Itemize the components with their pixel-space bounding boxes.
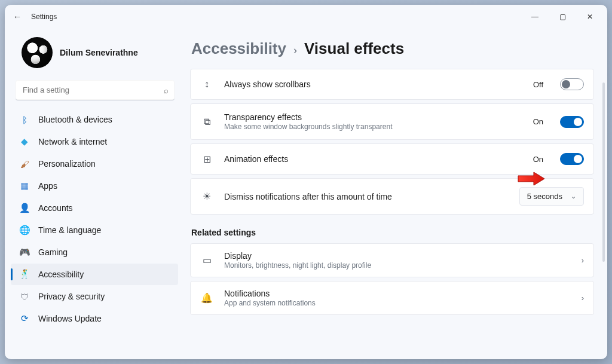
nav-icon: 🛡 xyxy=(19,292,30,302)
transparency-title: Transparency effects xyxy=(224,112,522,122)
link-display[interactable]: ▭ Display Monitors, brightness, night li… xyxy=(190,243,594,277)
sidebar-item-time-language[interactable]: 🌐Time & language xyxy=(11,219,178,241)
animation-title: Animation effects xyxy=(224,154,522,164)
chevron-right-icon: › xyxy=(582,256,584,265)
nav-icon: 👤 xyxy=(19,203,30,213)
sidebar-item-gaming[interactable]: 🎮Gaming xyxy=(11,241,178,263)
titlebar: ← Settings — ▢ ✕ xyxy=(5,5,607,29)
sidebar-item-accessibility[interactable]: 🕺Accessibility xyxy=(11,264,178,285)
bell-icon: 🔔 xyxy=(200,292,213,305)
minimize-button[interactable]: — xyxy=(521,7,549,26)
nav-list: ᛒBluetooth & devices◆Network & internet🖌… xyxy=(11,109,178,329)
display-sub: Monitors, brightness, night light, displ… xyxy=(224,261,571,270)
user-name: Dilum Senevirathne xyxy=(60,48,138,57)
sidebar-item-label: Network & internet xyxy=(38,137,107,146)
transparency-state: On xyxy=(533,117,543,126)
animation-icon: ⊞ xyxy=(200,152,213,166)
nav-icon: ▦ xyxy=(19,181,30,191)
card-scrollbars: ↕ Always show scrollbars Off xyxy=(190,69,594,100)
notifications-title: Notifications xyxy=(224,289,571,298)
chevron-down-icon: ⌄ xyxy=(571,192,576,200)
sidebar-item-windows-update[interactable]: ⟳Windows Update xyxy=(11,308,178,329)
nav-icon: 🖌 xyxy=(19,159,30,169)
chevron-right-icon: › xyxy=(293,44,297,57)
scrollbars-title: Always show scrollbars xyxy=(224,79,522,89)
transparency-toggle[interactable] xyxy=(560,116,584,128)
sidebar-item-label: Bluetooth & devices xyxy=(38,115,112,124)
sidebar-item-bluetooth-devices[interactable]: ᛒBluetooth & devices xyxy=(11,109,178,130)
animation-toggle[interactable] xyxy=(560,153,584,165)
transparency-sub: Make some window backgrounds slightly tr… xyxy=(224,123,522,131)
sidebar: Dilum Senevirathne ⌕ ᛒBluetooth & device… xyxy=(5,29,184,359)
scrollbars-toggle[interactable] xyxy=(560,78,584,90)
dismiss-dropdown-value: 5 seconds xyxy=(527,192,562,201)
sidebar-item-label: Privacy & security xyxy=(38,292,105,301)
chevron-right-icon: › xyxy=(582,293,584,302)
sidebar-item-label: Apps xyxy=(38,181,57,191)
page-title: Visual effects xyxy=(304,39,404,58)
card-transparency: ⧉ Transparency effects Make some window … xyxy=(190,103,594,140)
breadcrumb: Accessibility › Visual effects xyxy=(190,36,596,69)
scrollbars-icon: ↕ xyxy=(200,78,213,91)
card-dismiss: ☀ Dismiss notifications after this amoun… xyxy=(190,178,594,215)
nav-icon: 🌐 xyxy=(19,225,30,235)
settings-window: ← Settings — ▢ ✕ Dilum Senevirathne ⌕ ᛒB… xyxy=(5,5,607,359)
nav-icon: ᛒ xyxy=(19,115,30,125)
nav-icon: 🕺 xyxy=(19,269,30,280)
animation-state: On xyxy=(533,155,543,164)
nav-icon: ⟳ xyxy=(19,313,30,324)
app-title: Settings xyxy=(31,13,57,21)
sidebar-item-privacy-security[interactable]: 🛡Privacy & security xyxy=(11,286,178,307)
dismiss-title: Dismiss notifications after this amount … xyxy=(224,192,509,201)
sidebar-item-label: Windows Update xyxy=(38,314,102,323)
sidebar-item-label: Gaming xyxy=(38,247,68,257)
sidebar-item-accounts[interactable]: 👤Accounts xyxy=(11,197,178,219)
scrollbar-track[interactable] xyxy=(602,82,605,262)
search-box: ⌕ xyxy=(16,80,175,100)
main-panel: Accessibility › Visual effects ↕ Always … xyxy=(184,29,607,359)
notifications-sub: App and system notifications xyxy=(224,299,571,307)
card-animation: ⊞ Animation effects On xyxy=(190,143,594,175)
breadcrumb-parent[interactable]: Accessibility xyxy=(191,39,286,58)
avatar xyxy=(22,37,53,68)
close-button[interactable]: ✕ xyxy=(576,7,604,26)
sidebar-item-network-internet[interactable]: ◆Network & internet xyxy=(11,131,178,152)
dismiss-dropdown[interactable]: 5 seconds ⌄ xyxy=(519,187,584,206)
sidebar-item-label: Accessibility xyxy=(38,270,84,279)
caption-buttons: — ▢ ✕ xyxy=(521,7,604,26)
back-button[interactable]: ← xyxy=(13,12,22,22)
link-notifications[interactable]: 🔔 Notifications App and system notificat… xyxy=(190,281,594,315)
scrollbars-state: Off xyxy=(533,80,543,89)
nav-icon: ◆ xyxy=(19,136,30,147)
sidebar-item-apps[interactable]: ▦Apps xyxy=(11,175,178,197)
sidebar-item-label: Personalization xyxy=(38,159,96,169)
display-icon: ▭ xyxy=(200,254,213,267)
maximize-button[interactable]: ▢ xyxy=(549,7,576,26)
content-scroll[interactable]: ↕ Always show scrollbars Off ⧉ Transpare… xyxy=(190,69,596,353)
nav-icon: 🎮 xyxy=(19,247,30,258)
profile[interactable]: Dilum Senevirathne xyxy=(11,31,178,77)
transparency-icon: ⧉ xyxy=(200,115,213,129)
timer-icon: ☀ xyxy=(200,190,213,203)
related-heading: Related settings xyxy=(191,228,593,237)
sidebar-item-label: Time & language xyxy=(38,225,101,235)
display-title: Display xyxy=(224,251,571,261)
search-input[interactable] xyxy=(16,80,175,100)
sidebar-item-label: Accounts xyxy=(38,203,73,213)
sidebar-item-personalization[interactable]: 🖌Personalization xyxy=(11,153,178,175)
